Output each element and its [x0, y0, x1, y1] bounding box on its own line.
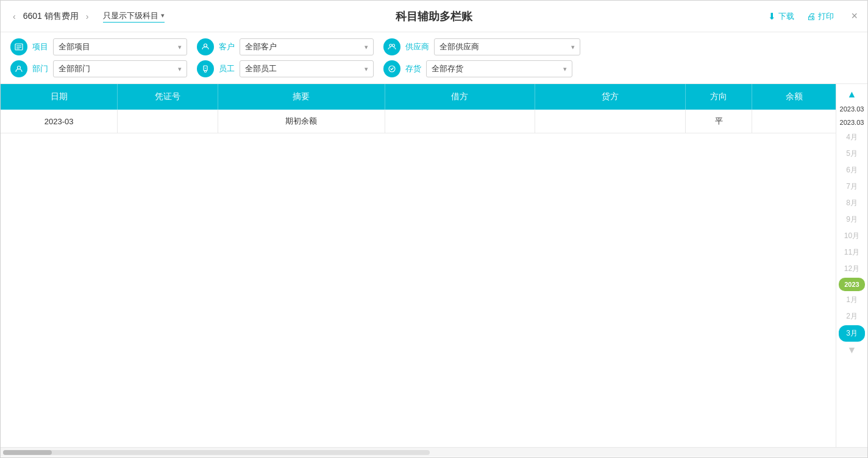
project-select[interactable]: 全部项目 ▾	[53, 38, 187, 55]
employee-value: 全部员工	[245, 63, 277, 74]
filter-item-project: 项目 全部项目 ▾	[10, 38, 187, 55]
filter-row-1: 项目 全部项目 ▾ 客户 全部客户 ▾	[10, 38, 858, 55]
svg-point-6	[393, 44, 395, 47]
timeline-month-11[interactable]: 11月	[836, 244, 867, 261]
print-icon: 🖨	[806, 11, 816, 21]
department-value: 全部部门	[59, 63, 90, 74]
table-wrapper: 日期 凭证号 摘要 借方 贷方 方向 余额 2023-03	[1, 84, 836, 447]
employee-select[interactable]: 全部员工 ▾	[240, 60, 374, 77]
filter-item-inventory: 存货 全部存货 ▾	[383, 60, 572, 77]
supplier-label: 供应商	[405, 41, 429, 52]
customer-label: 客户	[219, 41, 235, 52]
customer-value: 全部客户	[245, 41, 277, 52]
timeline-month-10[interactable]: 10月	[836, 228, 867, 244]
inventory-icon	[383, 60, 400, 77]
filter-bar: 项目 全部项目 ▾ 客户 全部客户 ▾	[1, 32, 867, 84]
nav-next-button[interactable]: ›	[84, 10, 91, 23]
horizontal-scrollbar-thumb[interactable]	[3, 450, 52, 455]
bottom-scrollbar-bar	[1, 447, 867, 457]
customer-chevron-icon: ▾	[365, 43, 368, 51]
top-right: ⬇ 下载 🖨 打印 ×	[768, 10, 858, 23]
filter-item-customer: 客户 全部客户 ▾	[197, 38, 374, 55]
svg-point-7	[18, 66, 21, 69]
account-code: 6601 销售费用	[23, 11, 79, 22]
table-row: 2023-03 期初余额 平	[1, 110, 836, 133]
col-balance: 余额	[752, 84, 836, 110]
top-bar: ‹ 6601 销售费用 › 只显示下级科目 ▾ 科目辅助多栏账 ⬇ 下载 🖨 打…	[1, 1, 867, 32]
cell-debit	[385, 110, 535, 133]
ledger-table: 日期 凭证号 摘要 借方 贷方 方向 余额 2023-03	[1, 84, 836, 133]
right-timeline: ▲ 2023.03 2023.03 4月 5月 6月 7月 8月 9月 10月 …	[836, 84, 867, 447]
employee-chevron-icon: ▾	[365, 65, 368, 73]
department-select[interactable]: 全部部门 ▾	[53, 60, 187, 77]
inventory-select[interactable]: 全部存货 ▾	[426, 60, 572, 77]
col-voucher: 凭证号	[118, 84, 218, 110]
department-chevron-icon: ▾	[178, 65, 182, 73]
cell-direction: 平	[685, 110, 752, 133]
timeline-month-5[interactable]: 5月	[836, 146, 867, 162]
supplier-icon	[383, 38, 400, 55]
show-sub-chevron-icon: ▾	[161, 12, 165, 19]
top-left: ‹ 6601 销售费用 › 只显示下级科目 ▾	[10, 10, 165, 23]
inventory-value: 全部存货	[432, 63, 463, 74]
page-title: 科目辅助多栏账	[396, 9, 472, 24]
col-direction: 方向	[685, 84, 752, 110]
project-label: 项目	[32, 41, 48, 52]
employee-icon	[197, 60, 214, 77]
timeline-month-6[interactable]: 6月	[836, 162, 867, 178]
timeline-month-9[interactable]: 9月	[836, 211, 867, 228]
timeline-period-start[interactable]: 2023.03	[836, 102, 867, 116]
timeline-month-8[interactable]: 8月	[836, 195, 867, 211]
timeline-month-4[interactable]: 4月	[836, 129, 867, 146]
filter-item-supplier: 供应商 全部供应商 ▾	[383, 38, 580, 55]
content-area: 日期 凭证号 摘要 借方 贷方 方向 余额 2023-03	[1, 84, 867, 457]
supplier-value: 全部供应商	[439, 41, 479, 52]
customer-select[interactable]: 全部客户 ▾	[240, 38, 374, 55]
cell-date: 2023-03	[1, 110, 118, 133]
table-body: 2023-03 期初余额 平	[1, 110, 836, 133]
supplier-select[interactable]: 全部供应商 ▾	[434, 38, 580, 55]
cell-voucher	[118, 110, 218, 133]
cell-summary: 期初余额	[218, 110, 385, 133]
filter-item-department: 部门 全部部门 ▾	[10, 60, 187, 77]
col-credit: 贷方	[535, 84, 686, 110]
print-button[interactable]: 🖨 打印	[806, 11, 834, 22]
svg-point-4	[204, 44, 207, 47]
svg-point-5	[390, 44, 392, 47]
cell-credit	[535, 110, 686, 133]
main-window: ‹ 6601 销售费用 › 只显示下级科目 ▾ 科目辅助多栏账 ⬇ 下载 🖨 打…	[0, 0, 868, 458]
download-icon: ⬇	[768, 11, 776, 22]
inventory-label: 存货	[405, 63, 421, 74]
col-summary: 摘要	[218, 84, 385, 110]
customer-icon	[197, 38, 214, 55]
download-label: 下载	[778, 11, 794, 22]
table-header-row: 日期 凭证号 摘要 借方 贷方 方向 余额	[1, 84, 836, 110]
download-button[interactable]: ⬇ 下载	[768, 11, 794, 22]
timeline-year-2023[interactable]: 2023	[839, 278, 865, 291]
timeline-month-3-active[interactable]: 3月	[839, 325, 865, 342]
project-chevron-icon: ▾	[178, 43, 182, 51]
timeline-month-7[interactable]: 7月	[836, 178, 867, 195]
horizontal-scrollbar-track[interactable]	[3, 450, 430, 455]
svg-rect-9	[205, 71, 207, 72]
department-label: 部门	[32, 63, 48, 74]
project-icon	[10, 38, 27, 55]
col-debit: 借方	[385, 84, 535, 110]
inventory-chevron-icon: ▾	[563, 65, 567, 73]
department-icon	[10, 60, 27, 77]
timeline-month-1[interactable]: 1月	[836, 292, 867, 308]
timeline-month-2[interactable]: 2月	[836, 308, 867, 325]
timeline-month-12[interactable]: 12月	[836, 261, 867, 277]
print-label: 打印	[818, 11, 834, 22]
filter-item-employee: 员工 全部员工 ▾	[197, 60, 374, 77]
col-date: 日期	[1, 84, 118, 110]
timeline-period-end[interactable]: 2023.03	[836, 116, 867, 129]
filter-row-2: 部门 全部部门 ▾ 员工 全部员工 ▾	[10, 60, 858, 77]
nav-prev-button[interactable]: ‹	[10, 10, 18, 23]
show-sub-button[interactable]: 只显示下级科目 ▾	[103, 10, 165, 23]
cell-balance	[752, 110, 836, 133]
close-button[interactable]: ×	[851, 10, 858, 23]
timeline-up-button[interactable]: ▲	[836, 86, 867, 102]
timeline-down-button[interactable]: ▼	[836, 342, 867, 358]
employee-label: 员工	[219, 63, 235, 74]
